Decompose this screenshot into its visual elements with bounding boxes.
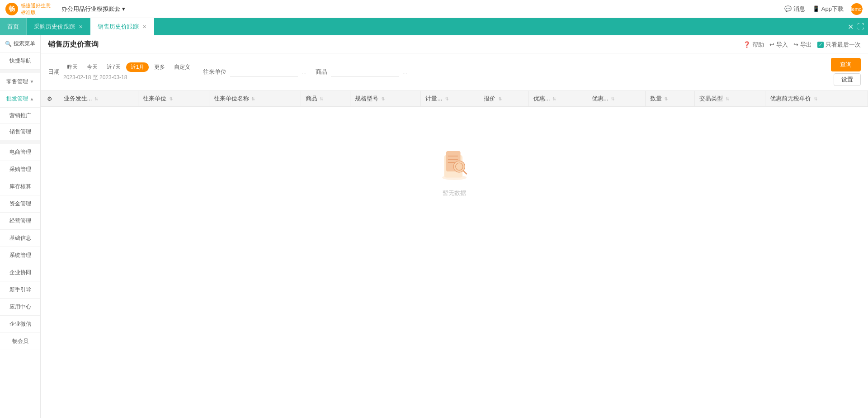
sidebar-item-wechat[interactable]: 企业微信 — [0, 316, 40, 333]
sidebar-item-basic-info[interactable]: 基础信息 — [0, 230, 40, 247]
date-btn-more[interactable]: 更多 — [151, 62, 169, 72]
maximize-icon[interactable]: ⛶ — [857, 23, 864, 31]
query-button[interactable]: 查询 — [831, 58, 861, 71]
sidebar-item-operations[interactable]: 经营管理 — [0, 213, 40, 230]
sidebar-item-ecommerce[interactable]: 电商管理 — [0, 144, 40, 161]
col-partner-code[interactable]: 往来单位 ⇅ — [138, 91, 209, 107]
only-last-checkbox-label[interactable]: ✓ 只看最后一次 — [817, 41, 861, 49]
tab-bar-actions: ✕ ⛶ — [844, 18, 868, 35]
sort-icon-partner-code: ⇅ — [169, 96, 173, 101]
sidebar-item-wholesale[interactable]: 批发管理 ▲ — [0, 90, 40, 108]
sidebar-item-enterprise[interactable]: 企业协同 — [0, 264, 40, 281]
import-btn[interactable]: ↩ 导入 — [769, 41, 788, 49]
page-header: 销售历史价查询 ❓ 帮助 ↩ 导入 ↪ 导出 ✓ 只看最后一次 — [41, 35, 868, 53]
empty-state: 暂无数据 — [41, 107, 868, 233]
date-range-text: 2023-02-18 至 2023-03-18 — [63, 74, 194, 81]
chevron-down-icon: ▾ — [122, 5, 125, 12]
tab-sales-history[interactable]: 销售历史价跟踪 ✕ — [90, 18, 154, 35]
sort-icon-unit: ⇅ — [445, 96, 448, 101]
col-goods[interactable]: 商品 ⇅ — [301, 91, 350, 107]
logo-area: 畅 畅捷通好生意 标准版 — [5, 2, 51, 15]
sort-icon-goods: ⇅ — [320, 96, 323, 101]
date-btn-7days[interactable]: 近7天 — [103, 62, 124, 72]
data-table: ⚙ 业务发生... ⇅ 往来单位 ⇅ 往来单位名称 ⇅ — [41, 91, 868, 107]
app-download-btn[interactable]: 📱 App下载 — [812, 5, 844, 13]
sidebar-item-sales-mgmt[interactable]: 销售管理 — [0, 124, 40, 140]
date-btn-1month[interactable]: 近1月 — [126, 62, 149, 72]
date-buttons: 昨天 今天 近7天 近1月 更多 自定义 — [63, 62, 194, 72]
table-area: ⚙ 业务发生... ⇅ 往来单位 ⇅ 往来单位名称 ⇅ — [41, 91, 868, 418]
col-settings[interactable]: ⚙ — [41, 91, 59, 107]
sidebar: 🔍 搜索菜单 快捷导航 零售管理 ▼ 批发管理 ▲ 营销推广 销售管理 电商管理… — [0, 35, 41, 418]
only-last-checkbox[interactable]: ✓ — [817, 42, 824, 48]
partner-filter-label: 往来单位 — [203, 68, 226, 76]
tab-close-sales[interactable]: ✕ — [142, 24, 146, 30]
message-icon: 💬 — [784, 5, 792, 12]
tab-purchase-history[interactable]: 采购历史价跟踪 ✕ — [27, 18, 90, 35]
col-trade-type[interactable]: 交易类型 ⇅ — [695, 91, 765, 107]
avatar: demo2 — [851, 3, 863, 15]
download-icon: 📱 — [812, 5, 820, 12]
page-title: 销售历史价查询 — [48, 40, 99, 49]
settings-button[interactable]: 设置 — [834, 73, 861, 86]
top-bar: 畅 畅捷通好生意 标准版 办公用品行业模拟账套 ▾ 💬 消息 📱 App下载 d… — [0, 0, 868, 18]
col-unit[interactable]: 计量... ⇅ — [421, 91, 479, 107]
col-quantity[interactable]: 数量 ⇅ — [645, 91, 694, 107]
sort-icon-biz-date: ⇅ — [94, 96, 98, 101]
goods-filter-group: 商品 ... — [316, 67, 407, 76]
table-header-row: ⚙ 业务发生... ⇅ 往来单位 ⇅ 往来单位名称 ⇅ — [41, 91, 868, 107]
sidebar-item-shortcut[interactable]: 快捷导航 — [0, 52, 40, 70]
sidebar-item-inventory[interactable]: 库存核算 — [0, 178, 40, 195]
sort-icon-spec: ⇅ — [381, 96, 385, 101]
logo-icon: 畅 — [5, 3, 18, 15]
sort-icon-quote: ⇅ — [498, 96, 502, 101]
goods-dots[interactable]: ... — [402, 69, 407, 76]
top-bar-right: 💬 消息 📱 App下载 demo2 — [784, 3, 863, 15]
sidebar-item-finance[interactable]: 资金管理 — [0, 195, 40, 213]
sidebar-item-member[interactable]: 畅会员 — [0, 333, 40, 350]
goods-input[interactable] — [331, 67, 399, 76]
tab-home[interactable]: 首页 — [0, 18, 27, 35]
content-area: 销售历史价查询 ❓ 帮助 ↩ 导入 ↪ 导出 ✓ 只看最后一次 — [41, 35, 868, 418]
svg-line-7 — [463, 171, 467, 174]
col-quote[interactable]: 报价 ⇅ — [479, 91, 528, 107]
col-discount1[interactable]: 优惠... ⇅ — [528, 91, 587, 107]
sidebar-item-system[interactable]: 系统管理 — [0, 247, 40, 264]
close-tab-icon[interactable]: ✕ — [848, 23, 854, 31]
partner-input[interactable] — [230, 67, 298, 76]
sort-icon-quantity: ⇅ — [664, 96, 668, 101]
col-pre-tax[interactable]: 优惠前无税单价 ⇅ — [765, 91, 868, 107]
sidebar-item-retail[interactable]: 零售管理 ▼ — [0, 73, 40, 90]
export-icon: ↪ — [793, 41, 798, 48]
import-icon: ↩ — [769, 41, 774, 48]
help-btn[interactable]: ❓ 帮助 — [743, 41, 764, 49]
settings-icon: ⚙ — [47, 95, 52, 102]
date-btn-today[interactable]: 今天 — [83, 62, 101, 72]
partner-dots[interactable]: ... — [302, 69, 307, 76]
sort-icon-discount2: ⇅ — [611, 96, 614, 101]
sidebar-item-purchase[interactable]: 采购管理 — [0, 161, 40, 178]
date-btn-custom[interactable]: 自定义 — [170, 62, 194, 72]
sidebar-divider-2 — [0, 140, 40, 144]
col-partner-name[interactable]: 往来单位名称 ⇅ — [209, 91, 301, 107]
filter-bar: 日期 昨天 今天 近7天 近1月 更多 自定义 2023-02-18 至 202… — [41, 53, 868, 91]
sidebar-item-search[interactable]: 🔍 搜索菜单 — [0, 35, 40, 52]
col-spec[interactable]: 规格型号 ⇅ — [350, 91, 421, 107]
sidebar-item-marketing[interactable]: 营销推广 — [0, 108, 40, 124]
export-btn[interactable]: ↪ 导出 — [793, 41, 812, 49]
empty-illustration — [434, 143, 475, 184]
user-area[interactable]: demo2 — [851, 3, 863, 15]
search-icon: 🔍 — [5, 41, 12, 47]
col-biz-date[interactable]: 业务发生... ⇅ — [59, 91, 138, 107]
tab-close-purchase[interactable]: ✕ — [79, 24, 83, 30]
message-btn[interactable]: 💬 消息 — [784, 5, 805, 13]
sidebar-item-app-center[interactable]: 应用中心 — [0, 299, 40, 316]
date-btn-yesterday[interactable]: 昨天 — [63, 62, 81, 72]
date-filter-group: 日期 昨天 今天 近7天 近1月 更多 自定义 2023-02-18 至 202… — [48, 62, 194, 81]
sidebar-item-guide[interactable]: 新手引导 — [0, 281, 40, 299]
sidebar-divider-1 — [0, 70, 40, 73]
sort-icon-discount1: ⇅ — [552, 96, 556, 101]
col-discount2[interactable]: 优惠... ⇅ — [587, 91, 645, 107]
chevron-down-icon-retail: ▼ — [30, 79, 34, 84]
app-selector[interactable]: 办公用品行业模拟账套 ▾ — [61, 5, 125, 13]
